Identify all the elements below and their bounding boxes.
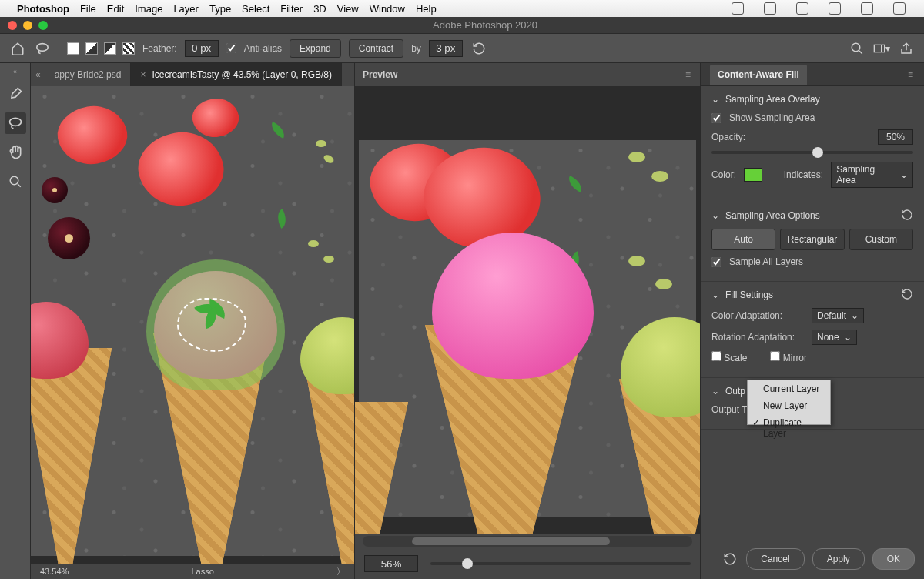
panel-menu-icon[interactable]: ≡ <box>908 69 915 80</box>
tab-active-label: IcecreamIsTasty @ 43.5% (Layer 0, RGB/8) <box>152 69 332 80</box>
menu-window[interactable]: Window <box>370 3 405 15</box>
scale-label: Scale <box>724 353 747 363</box>
menu-edit[interactable]: Edit <box>107 3 124 15</box>
indicates-select[interactable]: Sampling Area⌄ <box>831 162 913 188</box>
apply-button[interactable]: Apply <box>812 548 865 570</box>
traffic-minimize[interactable] <box>23 21 32 30</box>
by-input[interactable] <box>429 40 463 57</box>
by-label: by <box>411 43 421 54</box>
traffic-zoom[interactable] <box>38 21 48 30</box>
show-sampling-checkbox[interactable] <box>711 113 721 123</box>
status-chevron-icon[interactable]: 〉 <box>336 566 345 577</box>
document-canvas[interactable] <box>31 86 354 564</box>
svg-rect-2 <box>874 45 884 52</box>
popup-current-layer[interactable]: Current Layer <box>748 380 830 397</box>
status-zoom[interactable]: 43.54% <box>40 567 69 576</box>
menu-select[interactable]: Select <box>242 3 270 15</box>
popup-duplicate-layer[interactable]: Duplicate Layer <box>748 414 774 424</box>
zoom-tool-icon[interactable] <box>5 171 26 192</box>
workspace-icon[interactable]: ▾ <box>873 40 890 57</box>
add-selection-icon[interactable] <box>85 42 98 55</box>
preview-canvas[interactable] <box>355 86 700 534</box>
sect-fill-title: Fill Settings <box>725 290 773 300</box>
tab-inactive[interactable]: appy Bride2.psd <box>45 63 132 86</box>
menu-help[interactable]: Help <box>416 3 437 15</box>
menu-3d[interactable]: 3D <box>313 3 326 15</box>
panel-footer: Cancel Apply OK <box>701 539 924 579</box>
menu-type[interactable]: Type <box>209 3 231 15</box>
preview-hscroll[interactable] <box>363 536 692 547</box>
indicates-label: Indicates: <box>784 169 823 180</box>
color-label: Color: <box>711 169 736 180</box>
share-icon[interactable] <box>898 40 915 57</box>
window-title: Adobe Photoshop 2020 <box>54 19 916 31</box>
coloradapt-select[interactable]: Default⌄ <box>812 308 864 323</box>
footer-reset-icon[interactable] <box>721 551 738 567</box>
mode-custom[interactable]: Custom <box>849 229 913 250</box>
menu-view[interactable]: View <box>337 3 359 15</box>
traffic-close[interactable] <box>8 21 17 30</box>
outputto-label: Output T <box>711 404 747 415</box>
sample-all-checkbox[interactable] <box>711 257 721 267</box>
preview-zoom-input[interactable] <box>364 555 418 572</box>
opacity-value[interactable]: 50% <box>878 129 913 145</box>
contract-button[interactable]: Contract <box>349 39 403 58</box>
status-icon-3[interactable] <box>829 2 841 15</box>
home-icon[interactable] <box>9 40 26 57</box>
hand-tool-icon[interactable] <box>5 142 26 163</box>
reset-sampling-icon[interactable] <box>901 209 913 223</box>
chevron-down-icon: ⌄ <box>711 290 719 300</box>
feather-input[interactable] <box>185 40 219 57</box>
options-bar: Feather: Anti-alias Expand Contract by ▾ <box>0 34 924 63</box>
new-selection-icon[interactable] <box>67 42 79 55</box>
toolbar-grip-icon[interactable]: « <box>13 68 17 75</box>
opacity-slider[interactable] <box>711 151 913 154</box>
svg-point-1 <box>852 43 860 52</box>
sect-overlay-toggle[interactable]: ⌄Sampling Area Overlay <box>711 94 913 105</box>
sect-fill-settings: ⌄Fill Settings Color Adaptation: Default… <box>701 282 924 378</box>
preview-menu-icon[interactable]: ≡ <box>685 69 692 80</box>
menu-image[interactable]: Image <box>135 3 162 15</box>
cc-icon[interactable] <box>732 2 744 15</box>
menu-file[interactable]: File <box>80 3 96 15</box>
ok-button[interactable]: OK <box>872 548 915 570</box>
svg-point-4 <box>10 176 18 185</box>
close-tab-icon[interactable]: × <box>140 69 146 80</box>
lasso-tool-icon[interactable] <box>5 112 26 134</box>
tab-active[interactable]: × IcecreamIsTasty @ 43.5% (Layer 0, RGB/… <box>131 63 342 86</box>
intersect-selection-icon[interactable] <box>122 42 135 55</box>
status-icon-4[interactable] <box>861 2 873 15</box>
spotlight-icon[interactable] <box>893 2 906 15</box>
tabs-scroll-icon[interactable]: « <box>31 69 45 80</box>
mode-rectangular[interactable]: Rectangular <box>780 229 844 250</box>
menubar-app[interactable]: Photoshop <box>17 3 69 15</box>
scale-checkbox[interactable] <box>711 351 721 361</box>
expand-button[interactable]: Expand <box>290 39 341 58</box>
rotadapt-select[interactable]: None⌄ <box>812 330 857 345</box>
popup-new-layer[interactable]: New Layer <box>748 397 830 414</box>
document-column: « appy Bride2.psd × IcecreamIsTasty @ 43… <box>31 63 354 579</box>
reset-fill-icon[interactable] <box>901 288 913 303</box>
output-popup: Current Layer New Layer Duplicate Layer <box>747 380 831 425</box>
sample-all-label: Sample All Layers <box>729 256 803 267</box>
mode-auto[interactable]: Auto <box>711 229 775 250</box>
status-icon-1[interactable] <box>764 2 776 15</box>
search-icon[interactable] <box>849 40 865 57</box>
sect-sampling-options: ⌄Sampling Area Options Auto Rectangular … <box>701 202 924 282</box>
antialias-checkbox[interactable] <box>226 43 236 53</box>
sect-fill-toggle[interactable]: ⌄Fill Settings <box>711 290 913 300</box>
show-sampling-label: Show Sampling Area <box>729 112 815 123</box>
brush-tool-icon[interactable] <box>5 83 26 105</box>
subtract-selection-icon[interactable] <box>104 42 116 55</box>
sect-output: ⌄Outp Output T Current Layer New Layer D… <box>701 378 924 430</box>
cancel-button[interactable]: Cancel <box>746 548 804 570</box>
overlay-color-swatch[interactable] <box>744 168 762 182</box>
menu-layer[interactable]: Layer <box>173 3 199 15</box>
lasso-options-icon[interactable] <box>34 40 51 57</box>
preview-zoom-slider[interactable] <box>430 562 691 565</box>
sect-options-toggle[interactable]: ⌄Sampling Area Options <box>711 210 913 221</box>
menu-filter[interactable]: Filter <box>280 3 303 15</box>
mirror-checkbox[interactable] <box>770 351 780 361</box>
reset-icon[interactable] <box>470 40 487 57</box>
status-icon-2[interactable] <box>796 2 808 15</box>
